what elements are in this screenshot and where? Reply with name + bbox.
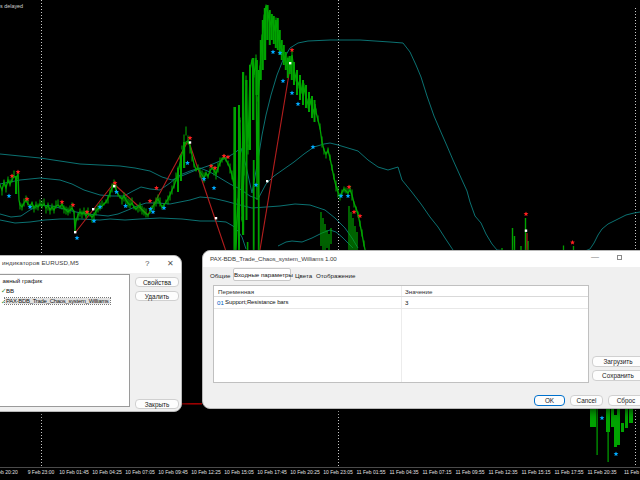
svg-text:10 Feb 09:45: 10 Feb 09:45	[158, 469, 188, 475]
svg-text:11 Feb 07:15: 11 Feb 07:15	[422, 469, 451, 475]
svg-text:11 Feb 09:55: 11 Feb 09:55	[455, 469, 484, 475]
svg-text:10 Feb 12:25: 10 Feb 12:25	[191, 469, 221, 475]
svg-text:10 Feb 01:45: 10 Feb 01:45	[59, 469, 89, 475]
svg-text:10 Feb 15:05: 10 Feb 15:05	[224, 469, 254, 475]
svg-text:10 Feb 23:05: 10 Feb 23:05	[323, 469, 353, 475]
svg-text:s delayed: s delayed	[0, 3, 23, 9]
svg-text:10 Feb 17:45: 10 Feb 17:45	[257, 469, 287, 475]
svg-text:11 Feb 04:35: 11 Feb 04:35	[389, 469, 418, 475]
svg-text:10 Feb 20:25: 10 Feb 20:25	[290, 469, 320, 475]
svg-text:11 Feb 20:35: 11 Feb 20:35	[587, 469, 616, 475]
svg-text:11 Feb 17:55: 11 Feb 17:55	[554, 469, 583, 475]
svg-text:11 Feb 23: 11 Feb 23	[624, 469, 640, 475]
svg-text:10 Feb 04:25: 10 Feb 04:25	[92, 469, 122, 475]
svg-text:eb 20:20: eb 20:20	[0, 469, 18, 475]
svg-text:10 Feb 07:05: 10 Feb 07:05	[125, 469, 155, 475]
svg-text:9 Feb 23:00: 9 Feb 23:00	[28, 469, 55, 475]
svg-text:11 Feb 01:55: 11 Feb 01:55	[356, 469, 385, 475]
svg-text:11 Feb 15:15: 11 Feb 15:15	[521, 469, 550, 475]
svg-text:11 Feb 12:35: 11 Feb 12:35	[488, 469, 517, 475]
